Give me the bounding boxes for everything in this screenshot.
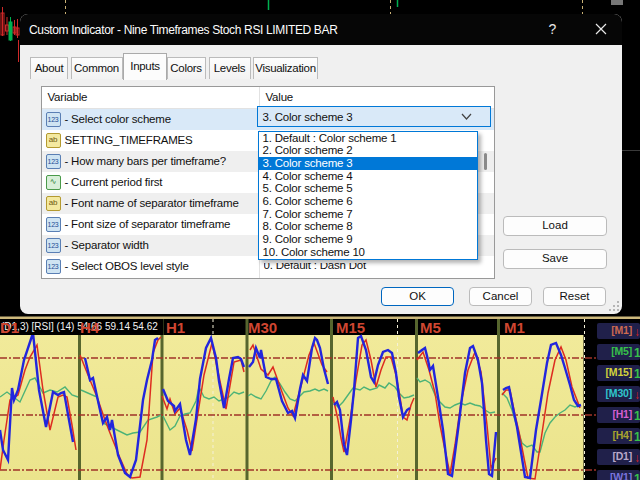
svg-text:1: 1: [634, 472, 640, 480]
svg-text:H1: H1: [166, 319, 185, 336]
svg-text:1: 1: [634, 409, 640, 423]
svg-text:1: 1: [634, 346, 640, 360]
svg-text:↓: ↓: [634, 325, 640, 339]
svg-text:M15: M15: [336, 319, 365, 336]
svg-text:↓: ↓: [634, 451, 640, 465]
svg-text:H4: H4: [80, 319, 100, 336]
svg-text:D1: D1: [0, 319, 19, 336]
svg-text:M30: M30: [248, 319, 277, 336]
svg-text:1: 1: [634, 430, 640, 444]
svg-text:1: 1: [634, 367, 640, 381]
svg-text:M1: M1: [504, 319, 525, 336]
svg-text:M5: M5: [420, 319, 441, 336]
svg-text:↓: ↓: [634, 388, 640, 402]
